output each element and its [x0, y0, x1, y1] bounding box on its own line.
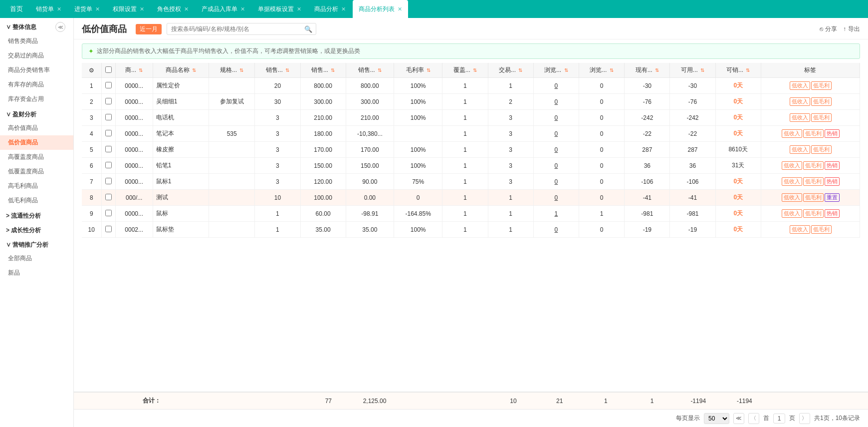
sidebar-item-traded-goods[interactable]: 交易过的商品: [0, 48, 73, 63]
browse-link[interactable]: 0: [555, 114, 558, 121]
close-icon[interactable]: ✕: [341, 6, 346, 12]
browse-link[interactable]: 1: [555, 210, 558, 217]
current-page[interactable]: 1: [773, 414, 785, 424]
sidebar-group-profit[interactable]: ∨ 盈财分析: [0, 106, 73, 121]
filter-button[interactable]: 近一月: [136, 24, 162, 34]
sidebar-group-marketing[interactable]: ∨ 营销推广分析: [0, 237, 73, 251]
sidebar-group-overall[interactable]: ∨ 整体信息 ≪: [0, 18, 73, 34]
row-browse1[interactable]: 0: [533, 126, 579, 142]
browse-link[interactable]: 0: [555, 82, 558, 89]
nav-tab-inventory[interactable]: 产成品入库单 ✕: [196, 0, 251, 18]
search-icon[interactable]: 🔍: [304, 25, 312, 33]
col-browse2[interactable]: 浏览... ⇅: [579, 63, 624, 78]
sidebar-item-stock-goods[interactable]: 有库存的商品: [0, 77, 73, 92]
sidebar-item-low-margin[interactable]: 低毛利商品: [0, 193, 73, 208]
nav-tab-templates[interactable]: 单据模板设置 ✕: [252, 0, 307, 18]
row-browse1[interactable]: 0: [533, 158, 579, 174]
first-page-button[interactable]: ≪: [733, 413, 744, 424]
col-trade[interactable]: 交易... ⇅: [488, 63, 533, 78]
export-button[interactable]: ↑ 导出: [843, 25, 860, 33]
row-checkbox-cell[interactable]: [101, 206, 115, 222]
close-icon[interactable]: ✕: [95, 6, 100, 12]
row-browse1[interactable]: 0: [533, 190, 579, 206]
row-checkbox[interactable]: [105, 130, 112, 136]
row-browse1[interactable]: 0: [533, 78, 579, 94]
col-sales-amount[interactable]: 销售... ⇅: [300, 63, 346, 78]
row-checkbox-cell[interactable]: [101, 110, 115, 126]
row-checkbox-cell[interactable]: [101, 190, 115, 206]
browse-link[interactable]: 0: [555, 194, 558, 201]
col-browse1[interactable]: 浏览... ⇅: [533, 63, 579, 78]
row-checkbox[interactable]: [105, 210, 112, 216]
browse-link[interactable]: 0: [555, 162, 558, 169]
row-checkbox[interactable]: [105, 226, 112, 232]
row-checkbox[interactable]: [105, 146, 112, 152]
browse-link[interactable]: 0: [555, 178, 558, 185]
row-checkbox[interactable]: [105, 162, 112, 168]
close-icon[interactable]: ✕: [398, 6, 402, 12]
row-browse1[interactable]: 0: [533, 94, 579, 110]
search-input[interactable]: [167, 23, 316, 35]
share-button[interactable]: ⎋ 分享: [820, 25, 837, 33]
row-browse1[interactable]: 0: [533, 222, 579, 238]
row-checkbox-cell[interactable]: [101, 142, 115, 158]
sidebar-item-new-goods[interactable]: 新品: [0, 266, 73, 280]
sidebar-item-category-rate[interactable]: 商品分类销售率: [0, 63, 73, 77]
col-available[interactable]: 可用... ⇅: [670, 63, 715, 78]
col-code[interactable]: 商... ⇅: [115, 63, 153, 78]
row-checkbox[interactable]: [105, 178, 112, 184]
sidebar-item-sales-goods[interactable]: 销售类商品: [0, 34, 73, 48]
next-page-button[interactable]: 〉: [799, 413, 810, 424]
row-checkbox-cell[interactable]: [101, 158, 115, 174]
nav-tab-purchase[interactable]: 进货单 ✕: [68, 0, 106, 18]
col-coverage[interactable]: 覆盖... ⇅: [442, 63, 488, 78]
nav-tab-roles[interactable]: 角色授权 ✕: [151, 0, 195, 18]
nav-tab-sales[interactable]: 销货单 ✕: [30, 0, 67, 18]
table-container[interactable]: ⚙ 商... ⇅ 商品名称 ⇅ 规格... ⇅ 销售... ⇅ 销售... ⇅ …: [82, 63, 860, 392]
close-icon[interactable]: ✕: [297, 6, 301, 12]
select-all-checkbox[interactable]: [105, 66, 112, 73]
sidebar-item-stock-capital[interactable]: 库存资金占用: [0, 92, 73, 106]
close-icon[interactable]: ✕: [140, 6, 144, 12]
col-saleable[interactable]: 可销... ⇅: [715, 63, 761, 78]
col-checkbox[interactable]: [101, 63, 115, 78]
row-checkbox[interactable]: [105, 114, 112, 120]
row-browse1[interactable]: 0: [533, 174, 579, 190]
collapse-button[interactable]: ≪: [55, 22, 65, 32]
nav-tab-permissions[interactable]: 权限设置 ✕: [107, 0, 150, 18]
sidebar-item-high-value[interactable]: 高价值商品: [0, 121, 73, 135]
nav-tab-home[interactable]: 首页: [4, 0, 29, 18]
browse-link[interactable]: 0: [555, 98, 558, 105]
col-sales-gross[interactable]: 销售... ⇅: [346, 63, 394, 78]
col-name[interactable]: 商品名称 ⇅: [153, 63, 209, 78]
close-icon[interactable]: ✕: [240, 6, 245, 12]
sidebar-item-high-coverage[interactable]: 高覆盖度商品: [0, 150, 73, 164]
row-checkbox-cell[interactable]: [101, 174, 115, 190]
row-checkbox-cell[interactable]: [101, 78, 115, 94]
col-spec[interactable]: 规格... ⇅: [209, 63, 255, 78]
row-checkbox[interactable]: [105, 98, 112, 104]
sidebar-item-high-margin[interactable]: 高毛利商品: [0, 179, 73, 193]
browse-link[interactable]: 0: [555, 130, 558, 137]
row-checkbox-cell[interactable]: [101, 94, 115, 110]
row-checkbox[interactable]: [105, 194, 112, 200]
sidebar-group-flow[interactable]: > 流通性分析: [0, 208, 73, 222]
col-sales-qty[interactable]: 销售... ⇅: [255, 63, 300, 78]
sidebar-group-growth[interactable]: > 成长性分析: [0, 222, 73, 237]
col-settings[interactable]: ⚙: [82, 63, 101, 78]
row-browse1[interactable]: 0: [533, 110, 579, 126]
browse-link[interactable]: 0: [555, 146, 558, 153]
row-checkbox-cell[interactable]: [101, 222, 115, 238]
sidebar-item-all-goods[interactable]: 全部商品: [0, 251, 73, 266]
col-gross-rate[interactable]: 毛利率 ⇅: [394, 63, 442, 78]
row-checkbox[interactable]: [105, 82, 112, 88]
col-current[interactable]: 现有... ⇅: [625, 63, 670, 78]
close-icon[interactable]: ✕: [57, 6, 61, 12]
browse-link[interactable]: 0: [555, 226, 558, 233]
row-browse1[interactable]: 1: [533, 206, 579, 222]
prev-page-button[interactable]: 〈: [748, 413, 759, 424]
row-checkbox-cell[interactable]: [101, 126, 115, 142]
per-page-select[interactable]: 50 100 200: [704, 413, 729, 424]
close-icon[interactable]: ✕: [184, 6, 189, 12]
nav-tab-analysis-list[interactable]: 商品分析列表 ✕: [353, 0, 408, 18]
